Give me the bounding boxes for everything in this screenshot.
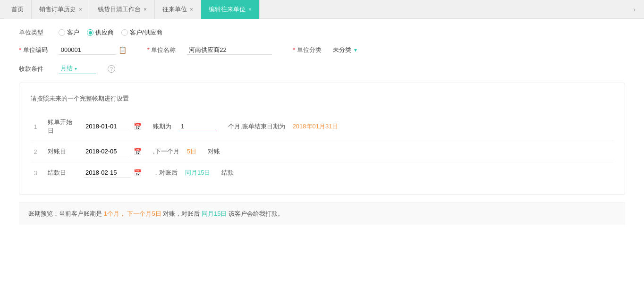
period-date-field-1: 📅 [84,122,142,131]
unit-info-row: 单位编码 📋 单位名称 单位分类 未分类 ▾ [19,45,625,55]
period-type-2: 对账日 [48,147,76,156]
tab-partner-close[interactable]: × [190,6,193,13]
radio-both-label: 客户/供应商 [130,28,162,37]
unit-code-label: 单位编码 [19,46,48,54]
period-num-3: 3 [31,169,40,177]
radio-supplier-circle [87,29,93,36]
tab-home[interactable]: 首页 [4,0,32,19]
preview-p3: 对账，对账后 [163,210,200,217]
tab-sales-history[interactable]: 销售订单历史 × [32,0,90,19]
tab-sales-history-close[interactable]: × [79,6,82,13]
unit-type-radio-group: 客户 供应商 客户/供应商 [59,28,162,37]
tab-cash-work-label: 钱货日清工作台 [98,5,141,14]
radio-supplier-label: 供应商 [95,28,114,37]
period-highlight-2: 5日 [187,147,196,156]
tab-arrow[interactable]: › [628,6,640,13]
preview-p4: 同月15日 [202,210,227,217]
period-date-input-3[interactable] [84,168,131,177]
period-end-date-1: 2018年01月31日 [293,122,339,131]
tab-partner-label: 往来单位 [162,5,187,14]
period-date-input-1[interactable] [84,122,131,131]
radio-customer-circle [59,29,65,36]
tab-edit-partner[interactable]: 编辑往来单位 × [201,0,260,19]
period-hint-2b: 对账 [208,147,220,156]
period-row-1: 1 账单开始日 📅 账期为 个月,账单结束日期为 2018年01月31日 [31,112,613,141]
payment-select[interactable]: 月结 ▾ [59,63,96,74]
period-date-calendar-2[interactable]: 📅 [134,148,142,155]
preview-suffix: 该客户会给我打款。 [229,210,284,217]
period-row-2: 2 对账日 📅 ,下一个月 5日 对账 [31,141,613,162]
unit-code-copy-icon[interactable]: 📋 [119,46,127,54]
radio-both[interactable]: 客户/供应商 [121,28,162,37]
preview-prefix: 账期预览：当前客户账期是 [28,210,102,217]
tab-cash-work[interactable]: 钱货日清工作台 × [90,0,155,19]
period-date-calendar-3[interactable]: 📅 [134,169,142,177]
radio-both-circle [121,29,128,36]
period-hint-1: 账期为 [153,122,171,131]
unit-category-field: 未分类 ▾ [333,46,357,54]
period-hint-1b: 个月,账单结束日期为 [228,122,285,131]
period-highlight-3: 同月15日 [185,169,210,177]
unit-category-label: 单位分类 [293,46,322,54]
tab-cash-work-close[interactable]: × [144,6,147,13]
period-type-1: 账单开始日 [48,118,76,135]
payment-row: 收款条件 月结 ▾ ? [19,63,625,74]
tab-partner[interactable]: 往来单位 × [155,0,201,19]
period-type-3: 结款日 [48,169,76,177]
period-hint-3b: 结款 [221,169,234,177]
period-date-field-2: 📅 [84,147,142,156]
unit-category-dropdown-arrow[interactable]: ▾ [354,47,357,53]
unit-name-label: 单位名称 [147,46,176,54]
period-num-2: 2 [31,148,40,155]
payment-select-value: 月结 [60,64,73,73]
tab-home-label: 首页 [11,5,24,14]
panel-description: 请按照未来的一个完整帐期进行设置 [31,94,613,103]
tab-edit-partner-label: 编辑往来单位 [209,5,246,14]
tab-edit-partner-close[interactable]: × [248,6,252,13]
period-date-calendar-1[interactable]: 📅 [134,123,142,130]
preview-p2: 下一个月5日 [127,210,161,217]
preview-p1: 1个月， [104,210,126,217]
radio-customer[interactable]: 客户 [59,28,79,37]
period-hint-2a: ,下一个月 [153,147,179,156]
radio-customer-label: 客户 [67,28,79,37]
tab-sales-history-label: 销售订单历史 [39,5,76,14]
settings-panel: 请按照未来的一个完整帐期进行设置 1 账单开始日 📅 账期为 个月,账单结束日期… [19,83,625,195]
period-date-field-3: 📅 [84,168,142,177]
unit-name-input[interactable] [187,45,272,55]
unit-type-label: 单位类型 [19,28,47,37]
page-content: 单位类型 客户 供应商 客户/供应商 单位编码 📋 单位名称 单位分类 [0,19,644,287]
period-row-3: 3 结款日 📅 ，对账后 同月15日 结款 [31,162,613,183]
period-num-input-1[interactable] [179,122,217,131]
payment-dropdown-arrow: ▾ [75,66,77,71]
payment-help-icon[interactable]: ? [108,65,115,73]
radio-supplier[interactable]: 供应商 [87,28,114,37]
unit-code-field: 📋 [59,45,127,55]
period-hint-3a: ，对账后 [153,169,178,177]
period-date-input-2[interactable] [84,147,131,156]
preview-bar: 账期预览：当前客户账期是 1个月， 下一个月5日 对账，对账后 同月15日 该客… [19,203,625,225]
unit-type-row: 单位类型 客户 供应商 客户/供应商 [19,28,625,37]
unit-category-value: 未分类 [333,46,351,54]
period-num-1: 1 [31,123,40,130]
tabs-bar: 首页 销售订单历史 × 钱货日清工作台 × 往来单位 × 编辑往来单位 × › [0,0,644,19]
payment-label: 收款条件 [19,65,47,73]
unit-code-input[interactable] [59,45,116,55]
